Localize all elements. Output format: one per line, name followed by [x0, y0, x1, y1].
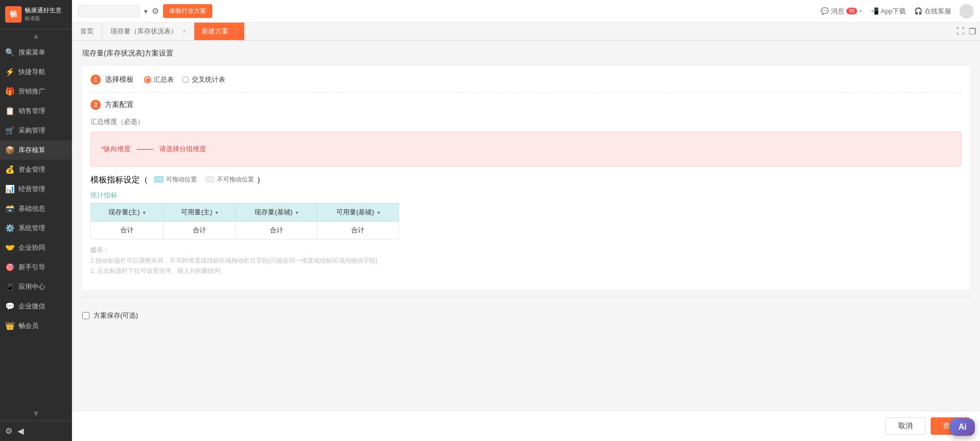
- app-download-label: App下载: [881, 7, 906, 16]
- sidebar-item-apps[interactable]: 📱 应用中心: [0, 277, 72, 297]
- quick-nav-icon: ⚡: [5, 67, 14, 77]
- sidebar-item-label: 销售管理: [19, 106, 45, 116]
- newbie-icon: 🎯: [5, 263, 14, 272]
- stats-table: 现存量(主) ▾ 可用量(主) ▾: [90, 203, 399, 240]
- radio-summary-dot: [146, 78, 150, 82]
- topbar-message-button[interactable]: 💬 消息 99 +: [821, 7, 862, 16]
- user-avatar[interactable]: [959, 4, 974, 19]
- apps-icon: 📱: [5, 282, 14, 291]
- member-icon: 👑: [5, 321, 14, 330]
- template-radio-group: 汇总表 交叉统计表: [144, 75, 225, 84]
- topbar-gear-icon[interactable]: ⚙: [152, 6, 159, 16]
- col-header-1[interactable]: 可用量(主) ▾: [163, 204, 235, 222]
- sidebar-item-label: 搜索菜单: [19, 48, 45, 57]
- topbar: ▾ ⚙ 体验行业方案 💬 消息 99 + 📲 App下载 🎧 在线客服: [72, 0, 980, 23]
- tab-inventory-status[interactable]: 现存量（库存状况表） ×: [102, 23, 194, 40]
- sidebar-item-label: 基础信息: [19, 204, 45, 213]
- operations-icon: 📊: [5, 185, 14, 194]
- ai-float-button[interactable]: Ai: [950, 418, 975, 436]
- table-row: 合计 合计 合计 合计: [91, 222, 399, 240]
- radio-cross-table[interactable]: 交叉统计表: [182, 75, 225, 84]
- sidebar-item-label: 企业微信: [19, 302, 45, 311]
- col-header-2[interactable]: 现存量(基辅) ▾: [235, 204, 317, 222]
- purchase-icon: 🛒: [5, 126, 14, 135]
- draggable-legend-label: 可拖动位置: [166, 175, 197, 184]
- topbar-search-input[interactable]: [78, 5, 140, 17]
- template-settings-label: 模板指标设定（: [90, 175, 148, 184]
- sidebar-item-purchase[interactable]: 🛒 采购管理: [0, 121, 72, 140]
- wechat-icon: 💬: [5, 302, 14, 311]
- sidebar-item-contract[interactable]: 🤝 企业协同: [0, 238, 72, 258]
- col-chevron-3[interactable]: ▾: [377, 210, 380, 215]
- stats-section: 统计指标 现存量(主) ▾ 可用量: [90, 191, 961, 240]
- save-checkbox[interactable]: [82, 312, 89, 319]
- radio-summary-label: 汇总表: [154, 75, 174, 84]
- cell-1: 合计: [163, 222, 235, 240]
- col-label-0: 现存量(主): [108, 208, 140, 217]
- topbar-app-download-button[interactable]: 📲 App下载: [870, 7, 906, 16]
- app-version: 标准版: [25, 15, 62, 22]
- cancel-button[interactable]: 取消: [885, 417, 925, 435]
- save-label: 方案保存(可选): [94, 311, 138, 320]
- finance-icon: 💰: [5, 165, 14, 174]
- tab-inventory-close-icon[interactable]: ×: [183, 28, 186, 34]
- sidebar-item-newbie[interactable]: 🎯 新手引导: [0, 258, 72, 277]
- collapse-sidebar-icon[interactable]: ◀: [17, 426, 24, 436]
- tab-new-scheme[interactable]: 新建方案 ×: [194, 23, 244, 40]
- sidebar-item-label: 快捷导航: [19, 67, 45, 77]
- sidebar-item-member[interactable]: 👑 畅会员: [0, 316, 72, 336]
- col-label-3: 可用量(基辅): [336, 208, 374, 217]
- message-badge: 99: [846, 8, 857, 14]
- tips-item-1-text: 2. 点击标题栏下拉可设置排序、插入列和删除列: [90, 267, 221, 274]
- system-icon: ⚙️: [5, 224, 14, 233]
- tab-inventory-status-label: 现存量（库存状况表）: [111, 27, 177, 36]
- service-icon: 🎧: [914, 7, 922, 15]
- sidebar-item-sales[interactable]: 📋 销售管理: [0, 101, 72, 121]
- app-name: 畅康通好生意: [25, 7, 62, 15]
- tips-title: 提示：: [90, 246, 961, 254]
- pink-dimension-area[interactable]: *纵向维度 —— 请选择分组维度: [90, 132, 961, 167]
- sidebar-scroll-up[interactable]: ▲: [0, 29, 72, 43]
- col-header-0[interactable]: 现存量(主) ▾: [91, 204, 164, 222]
- sidebar-item-inventory[interactable]: 📦 库存核算: [0, 140, 72, 160]
- marketing-icon: 🎁: [5, 87, 14, 96]
- search-icon: 🔍: [5, 48, 14, 57]
- save-row: 方案保存(可选): [82, 305, 970, 326]
- tab-new-scheme-close-icon[interactable]: ×: [233, 28, 237, 34]
- tab-home[interactable]: 首页: [72, 23, 102, 40]
- sidebar-scroll-down[interactable]: ▼: [0, 407, 72, 420]
- col-header-3[interactable]: 可用量(基辅) ▾: [317, 204, 399, 222]
- col-chevron-0[interactable]: ▾: [143, 210, 146, 215]
- trial-industry-button[interactable]: 体验行业方案: [163, 4, 212, 18]
- sidebar-item-quick-nav[interactable]: ⚡ 快捷导航: [0, 62, 72, 82]
- app-logo-icon: 畅: [5, 6, 22, 23]
- radio-summary-table[interactable]: 汇总表: [144, 75, 174, 84]
- sidebar-item-marketing[interactable]: 🎁 营销推广: [0, 82, 72, 101]
- content-area: 现存量(库存状况表)方案设置 1 选择模板 汇总表 交叉统计表: [72, 41, 980, 411]
- non-draggable-legend-box: [205, 176, 214, 182]
- template-settings-row: 模板指标设定（ 可拖动位置 不可拖动位置 ）: [90, 175, 961, 186]
- col-chevron-2[interactable]: ▾: [296, 210, 298, 215]
- vertical-dash: ——: [137, 144, 153, 154]
- sidebar-item-basic[interactable]: 🗃️ 基础信息: [0, 199, 72, 218]
- col-chevron-1[interactable]: ▾: [215, 210, 218, 215]
- settings-icon[interactable]: ⚙: [5, 426, 12, 436]
- contract-icon: 🤝: [5, 243, 14, 252]
- topbar-online-service-button[interactable]: 🎧 在线客服: [914, 7, 951, 16]
- sidebar-item-label: 经营管理: [19, 185, 45, 194]
- badge-plus: +: [859, 8, 862, 14]
- topbar-dropdown-button[interactable]: ▾: [144, 7, 148, 15]
- sidebar-item-system[interactable]: ⚙️ 系统管理: [0, 218, 72, 238]
- sidebar-item-finance[interactable]: 💰 资金管理: [0, 160, 72, 179]
- page-title: 现存量(库存状况表)方案设置: [82, 49, 970, 58]
- sales-icon: 📋: [5, 106, 14, 116]
- tab-restore-icon[interactable]: ❐: [969, 27, 976, 36]
- stats-label: 统计指标: [90, 191, 961, 200]
- tips-item-0: 1.拖动标题栏可以调整布局，不可跨维度或指标区域拖动栏目字段(只能在同一维度或指…: [90, 256, 961, 265]
- sidebar-item-operations[interactable]: 📊 经营管理: [0, 179, 72, 199]
- tab-expand-icon[interactable]: ⛶: [956, 27, 965, 36]
- service-label: 在线客服: [924, 7, 951, 16]
- legend-items: 可拖动位置 不可拖动位置: [154, 175, 254, 184]
- sidebar-item-search[interactable]: 🔍 搜索菜单: [0, 43, 72, 62]
- sidebar-item-wechat[interactable]: 💬 企业微信: [0, 297, 72, 316]
